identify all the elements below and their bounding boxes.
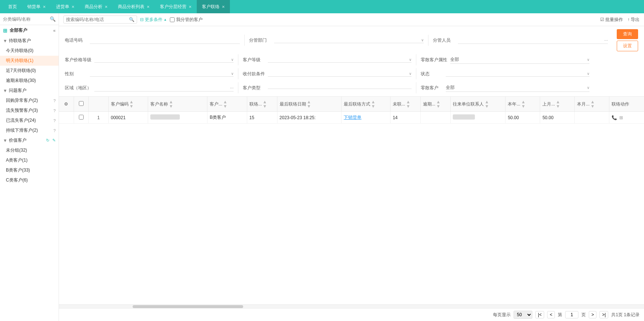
nav-close-purchase-order[interactable]: ✕ [71, 5, 74, 9]
row-unlinked: 14 [390, 112, 420, 124]
prev-page-btn[interactable]: < [547, 311, 555, 318]
sidebar-collapse-icon[interactable]: « [53, 28, 56, 33]
code-sort[interactable]: ▲▼ [129, 100, 134, 108]
row-action: 📞 ⊞ [609, 112, 644, 124]
nav-purchase-order[interactable]: 进货单 ✕ [51, 0, 80, 13]
filter-retail-customer: 零散客户 全部 ∨ [421, 84, 589, 92]
sidebar-search-icon[interactable]: 🔍 [50, 16, 56, 22]
person-select[interactable]: ··· [458, 37, 608, 44]
checkbox-icon: ☑ [600, 17, 604, 22]
sidebar-item-a-class[interactable]: A类客户(1) [0, 155, 59, 165]
region-select[interactable]: ··· [94, 84, 234, 92]
lastway-link[interactable]: 下销货单 [344, 115, 361, 120]
nav-product-analysis-list[interactable]: 商品分析列表 ✕ [113, 0, 155, 13]
nav-close-product-analysis-list[interactable]: ✕ [147, 5, 150, 9]
filter-row-1: 电话号码 分管部门 ∨ 分管人员 ··· [65, 29, 638, 51]
customer-type-select[interactable] [268, 87, 412, 89]
sidebar-item-c-class[interactable]: C类客户(6) [0, 175, 59, 185]
nav-home[interactable]: 首页 [3, 0, 22, 13]
sidebar-search-input[interactable] [3, 17, 50, 22]
sidebar-item-today[interactable]: 今天待联络(0) [0, 46, 59, 56]
retail-customer-select[interactable]: 全部 ∨ [446, 84, 589, 92]
search-input[interactable] [66, 17, 129, 22]
sidebar-item-b-class[interactable]: B类客户(33) [0, 165, 59, 175]
contact-sort[interactable]: ▲▼ [263, 100, 267, 108]
query-btn[interactable]: 查询 [617, 29, 638, 39]
sidebar: 🔍 ⊞ 全部客户 « ▼ 待联络客户 今天待联络(0) 明天待联络(1) 近7天… [0, 13, 59, 321]
horizontal-scrollbar[interactable] [59, 304, 644, 308]
page-label: 第 [558, 312, 562, 318]
value-settings-icon[interactable]: ✎ [52, 138, 56, 143]
divider-3 [238, 54, 238, 65]
sidebar-item-churned[interactable]: 已流失客户(24) ? [0, 115, 59, 125]
th-checkbox [74, 97, 88, 112]
row-last-month: 50.00 [540, 112, 575, 124]
gear-icon[interactable]: ⚙ [64, 101, 68, 107]
action-grid-icon[interactable]: ⊞ [619, 115, 623, 120]
sidebar-group-value: ▼ 价值客户 ↻ ✎ [0, 135, 59, 145]
sidebar-item-tomorrow[interactable]: 明天待联络(1) [0, 56, 59, 66]
select-all-checkbox[interactable] [79, 101, 84, 106]
nav-sales-order[interactable]: 销货单 ✕ [22, 0, 51, 13]
payment-select[interactable]: ∨ [268, 71, 412, 77]
name-sort[interactable]: ▲▼ [169, 100, 173, 108]
sidebar-item-declining[interactable]: 持续下滑客户(2) ? [0, 125, 59, 135]
unit-contact-sort[interactable]: ▲▼ [484, 100, 489, 108]
nav-close-customer-segment[interactable]: ✕ [189, 5, 192, 9]
year-sort[interactable]: ▲▼ [521, 100, 525, 108]
sidebar-item-churn-warning[interactable]: 流失预警客户(3) ? [0, 106, 59, 115]
first-page-btn[interactable]: |< [535, 311, 544, 318]
sidebar-item-overdue[interactable]: 逾期未联络(30) [0, 76, 59, 86]
nav-customer-segment[interactable]: 客户分层经营 ✕ [155, 0, 197, 13]
sidebar-group-problem: ▼ 问题客户 [0, 86, 59, 96]
lastway-sort[interactable]: ▲▼ [371, 100, 375, 108]
scrollbar-thumb[interactable] [133, 305, 243, 308]
row-checkbox[interactable] [79, 115, 84, 120]
my-customers-checkbox-label[interactable]: 我分管的客户 [170, 17, 203, 23]
page-input[interactable] [565, 311, 578, 318]
filter-panel: 电话号码 分管部门 ∨ 分管人员 ··· [59, 26, 644, 97]
nav-product-analysis[interactable]: 商品分析 ✕ [80, 0, 113, 13]
next-page-btn[interactable]: > [589, 311, 596, 318]
nav-close-customer-contact[interactable]: ✕ [222, 5, 225, 9]
customer-table: ⚙ 客户编码 ▲▼ [59, 97, 644, 124]
batch-op-btn[interactable]: ☑ 批量操作 [600, 17, 623, 23]
export-icon: ↑ [627, 17, 630, 22]
more-filter-btn[interactable]: ⊟ 更多条件 ▲ [140, 17, 167, 23]
nav-customer-contact[interactable]: 客户联络 ✕ [197, 0, 230, 13]
last-page-btn[interactable]: >| [599, 311, 608, 318]
th-gear: ⚙ [59, 97, 74, 112]
reset-btn[interactable]: 设置 [617, 41, 638, 51]
lastdate-sort[interactable]: ▲▼ [307, 100, 311, 108]
divider-6 [416, 68, 416, 79]
my-customers-checkbox[interactable] [170, 17, 175, 22]
sidebar-all-customers[interactable]: ⊞ 全部客户 « [0, 25, 59, 36]
type-sort[interactable]: ▲▼ [223, 100, 227, 108]
thismonth-sort[interactable]: ▲▼ [590, 100, 595, 108]
sidebar-item-abnormal[interactable]: 回购异常客户(2) ? [0, 96, 59, 106]
price-level-select[interactable]: ∨ [94, 57, 234, 63]
nav-close-sales-order[interactable]: ✕ [43, 5, 46, 9]
sidebar-item-7days[interactable]: 近7天待联络(0) [0, 66, 59, 76]
value-edit-icon[interactable]: ↻ [46, 138, 49, 143]
overdue-sort[interactable]: ▲▼ [436, 100, 441, 108]
lastmonth-sort[interactable]: ▲▼ [556, 100, 560, 108]
nav-close-product-analysis[interactable]: ✕ [105, 5, 108, 9]
status-select[interactable]: ∨ [446, 71, 589, 77]
phone-input[interactable] [90, 37, 240, 44]
filter-customer-type: 客户类型 [243, 85, 412, 91]
action-phone-icon[interactable]: 📞 [612, 115, 617, 120]
customer-level-select[interactable]: ∨ [268, 57, 412, 63]
per-page-select[interactable]: 50 100 200 [514, 311, 532, 319]
sidebar-item-ungrouped[interactable]: 未分组(32) [0, 145, 59, 155]
toolbar-search: 🔍 [63, 15, 137, 24]
filter-customer-level: 客户等级 ∨ [243, 57, 412, 63]
filter-person: 分管人员 ··· [433, 37, 608, 44]
divider-5 [238, 68, 238, 79]
export-btn[interactable]: ↑ 导出 [627, 17, 640, 23]
toolbar-search-icon[interactable]: 🔍 [129, 17, 134, 22]
retail-attr-select[interactable]: 全部 ∨ [450, 56, 589, 64]
gender-select[interactable]: ∨ [90, 71, 234, 77]
dept-select[interactable]: ∨ [274, 37, 424, 43]
unlinked-sort[interactable]: ▲▼ [406, 100, 410, 108]
